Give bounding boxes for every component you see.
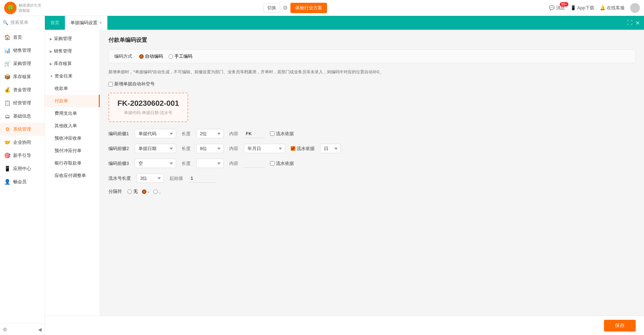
code-desc: 单据代码-单据日期-流水号 [117,110,179,116]
prefix3-content-input[interactable] [244,159,265,168]
sub-nav-child-receipt[interactable]: 收款单 [45,82,100,95]
sidebar-item-cooperation[interactable]: 🤝 企业协同 [0,136,45,149]
sub-nav-child-payment[interactable]: 付款单 [45,95,100,107]
sidebar-item-member[interactable]: 👤 畅会员 [0,175,45,188]
encoding-radio-group: 自动编码 手工编码 [139,53,192,59]
sub-nav-parent-purchase[interactable]: ▶ 采购管理 [45,32,100,45]
sidebar-item-system[interactable]: ⚙ 系统管理 [0,123,45,136]
save-button[interactable]: 保存 [604,320,636,332]
prefix1-row: 编码前缀1 单据代码 长度 2位 内容 流水依据 [108,129,636,138]
prefix1-length-select[interactable]: 2位 [196,129,224,138]
sep-none-radio[interactable] [127,189,132,194]
sidebar-item-operation[interactable]: 📋 经营管理 [0,96,45,110]
sidebar-footer: ⚙ ◀ [0,324,45,335]
code-example: FK-20230602-001 [117,99,179,108]
sub-nav-parent-sales[interactable]: ▶ 销售管理 [45,45,100,57]
sep-none-option[interactable]: 无 [127,188,138,195]
prefix1-serial-checkbox[interactable] [270,131,275,136]
tab-close-icon[interactable]: × [99,20,102,25]
serial-length-label: 流水号长度 [108,175,131,182]
sub-nav-child-adjustment[interactable]: 应收应付调整单 [45,169,100,182]
experience-button[interactable]: 体验行业方案 [290,3,327,13]
sep-dot-option[interactable]: . [153,188,161,195]
prefix3-serial-checkbox-label[interactable]: 流水依据 [270,160,294,167]
sidebar-item-appcenter[interactable]: 📱 应用中心 [0,162,45,175]
sidebar-item-home[interactable]: 🏠 首页 [0,31,45,44]
dropdown-button[interactable]: 切换 [263,3,280,13]
sub-nav-child-other-income[interactable]: 其他收入单 [45,120,100,132]
prefix1-content-input[interactable] [244,130,265,138]
sub-nav-child-prepay-payable[interactable]: 预付冲应付单 [45,145,100,157]
prefix1-label: 编码前缀1 [108,131,129,137]
prefix2-content-select[interactable]: 年月日 [244,144,285,153]
app-download-item[interactable]: 📱 App下载 [570,5,594,11]
sidebar-item-finance[interactable]: 💰 资金管理 [0,83,45,96]
top-bar-right: 💬 消息 99+ 📱 App下载 🔔 在线客服 [549,3,640,13]
auto-encoding-radio[interactable] [139,54,144,59]
prefix3-content-label: 内容 [229,160,238,167]
sub-nav-group-capital: ▼ 资金往来 收款单 付款单 费用支出单 其他收入单 [45,70,100,182]
encoding-label: 编码方式 [114,53,132,59]
arrow-icon: ▶ [50,62,52,66]
online-service-item[interactable]: 🔔 在线客服 [600,5,625,11]
sub-nav-parent-capital[interactable]: ▼ 资金往来 [45,70,100,82]
prefix1-serial-checkbox-label[interactable]: 流水依据 [270,131,294,137]
prefix2-select[interactable]: 单据日期 [135,144,176,153]
settings-button[interactable]: ⚙ [283,4,288,11]
auto-fill-checkbox-label[interactable]: 新增单据自动补空号 [108,81,155,87]
auto-fill-checkbox[interactable] [108,82,113,86]
sidebar-search[interactable]: 🔍 搜索菜单 [0,16,45,29]
sep-dash-radio[interactable] [142,189,146,194]
serial-length-select[interactable]: 3位 [136,174,164,183]
prefix3-length-label: 长度 [182,160,191,167]
tab-maximize-button[interactable]: ⛶ [627,20,633,26]
prefix2-length-label: 长度 [182,146,191,152]
code-preview-box: FK-20230602-001 单据代码-单据日期-流水号 [108,93,188,122]
sales-icon: 📊 [4,47,10,54]
system-icon: ⚙ [4,126,10,132]
right-panel: 首页 单据编码设置 × ⛶ ✕ ▶ 采购管理 [45,16,644,335]
top-bar-mid: 切换 ⚙ 体验行业方案 [263,3,327,13]
tab-current[interactable]: 单据编码设置 × [65,16,107,30]
sep-dash-option[interactable]: - [142,188,149,195]
basic-icon: 🗂 [4,113,10,119]
sub-nav-child-bank[interactable]: 银行存取款单 [45,157,100,169]
sub-nav-child-expense[interactable]: 费用支出单 [45,107,100,120]
home-icon: 🏠 [4,34,10,40]
serial-start-input[interactable] [189,174,216,183]
sidebar-settings-button[interactable]: ⚙ [3,327,7,332]
sidebar-item-purchase[interactable]: 🛒 采购管理 [0,57,45,70]
sidebar-nav: 🏠 首页 📊 销售管理 🛒 采购管理 📦 库存核算 💰 资金管理 📋 经 [0,29,45,324]
sep-dot-radio[interactable] [153,189,158,194]
logo-area: 🍀 畅捷通好生意 旗舰版 [4,2,41,14]
sidebar-item-sales[interactable]: 📊 销售管理 [0,44,45,57]
message-icon: 💬 [549,5,555,10]
separator-options: 无 - . [127,188,161,195]
sidebar: 🔍 搜索菜单 🏠 首页 📊 销售管理 🛒 采购管理 📦 库存核算 💰 [0,16,45,335]
message-badge: 99+ [560,2,568,7]
sidebar-item-basic[interactable]: 🗂 基础信息 [0,110,45,123]
sub-nav-parent-inventory[interactable]: ▶ 库存核算 [45,57,100,70]
member-icon: 👤 [4,179,10,185]
prefix3-select[interactable]: 空 [135,159,176,168]
sidebar-item-inventory[interactable]: 📦 库存核算 [0,70,45,83]
sidebar-item-guide[interactable]: 🎯 新手引导 [0,149,45,162]
manual-encoding-radio[interactable] [169,54,173,59]
tab-close-all-button[interactable]: ✕ [635,20,640,26]
prefix1-select[interactable]: 单据代码 [135,129,176,138]
auto-encoding-option[interactable]: 自动编码 [139,53,163,59]
prefix3-length-select[interactable] [196,159,224,168]
sidebar-collapse-button[interactable]: ◀ [38,327,42,332]
prefix2-serial-unit-select[interactable]: 日 [320,144,341,153]
prefix2-length-select[interactable]: 8位 [196,144,224,153]
prefix2-serial-checkbox-label[interactable]: 流水依据 [291,146,315,152]
manual-encoding-option[interactable]: 手工编码 [169,53,192,59]
logo-text: 畅捷通好生意 旗舰版 [19,3,41,13]
tab-home[interactable]: 首页 [45,16,65,30]
prefix3-serial-checkbox[interactable] [270,161,275,166]
sub-nav-child-prepay-receivable[interactable]: 预收冲应收单 [45,132,100,145]
sub-sidebar: ▶ 采购管理 ▶ 销售管理 ▶ 库存核算 [45,30,100,316]
user-avatar[interactable] [630,3,640,13]
prefix2-serial-checkbox[interactable] [291,146,295,151]
message-item[interactable]: 💬 消息 99+ [549,5,565,11]
